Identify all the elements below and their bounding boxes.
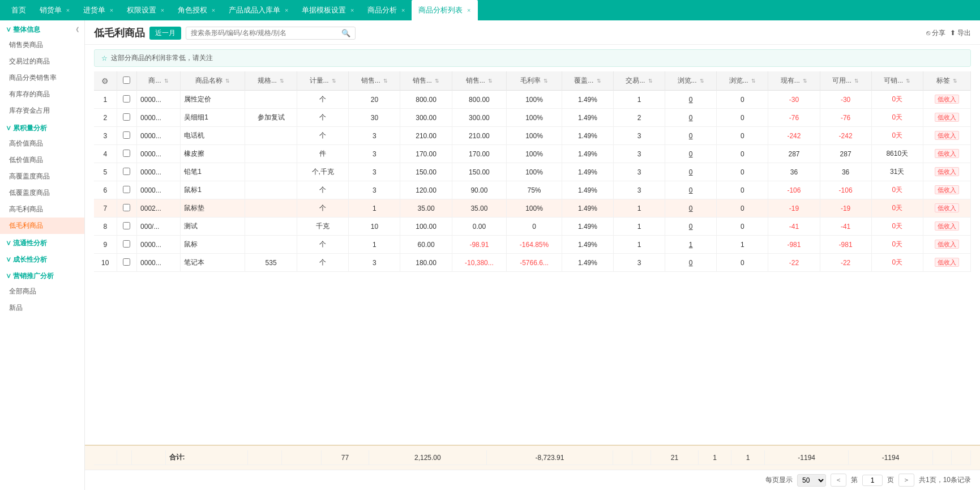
close-product-entry-icon[interactable]: × [285, 7, 288, 14]
nav-item-roles[interactable]: 角色授权 × [171, 0, 222, 20]
row-checkbox[interactable] [117, 127, 137, 145]
row-view1[interactable]: 0 [665, 218, 717, 236]
search-input[interactable] [191, 29, 341, 37]
col-code[interactable]: 商... ⇅ [137, 71, 181, 91]
row-name[interactable]: 笔记本 [181, 254, 245, 272]
sidebar-item-sales-products[interactable]: 销售类商品 [0, 37, 84, 53]
close-sales-icon[interactable]: × [66, 7, 70, 14]
nav-item-sales[interactable]: 销货单 × [33, 0, 76, 20]
row-view1[interactable]: 0 [665, 181, 717, 199]
next-page-button[interactable]: ＞ [898, 474, 914, 487]
row-view1[interactable]: 0 [665, 127, 717, 145]
row-checkbox[interactable] [117, 199, 137, 218]
row-name[interactable]: 铅笔1 [181, 163, 245, 181]
date-filter-button[interactable]: 近一月 [149, 27, 181, 40]
nav-item-analysis-list[interactable]: 商品分析列表 × [412, 0, 477, 20]
row-name[interactable]: 鼠标垫 [181, 199, 245, 218]
row-checkbox[interactable] [117, 145, 137, 163]
sidebar-item-low-value[interactable]: 低价值商品 [0, 152, 84, 168]
col-checkbox[interactable] [117, 71, 137, 91]
nav-item-template[interactable]: 单据模板设置 × [295, 0, 361, 20]
sidebar-item-capital[interactable]: 库存资金占用 [0, 103, 84, 119]
row-name[interactable]: 属性定价 [181, 91, 245, 109]
row-name[interactable]: 橡皮擦 [181, 145, 245, 163]
page-number-input[interactable] [862, 475, 883, 486]
per-page-select[interactable]: 50 100 200 [797, 474, 826, 487]
row-name[interactable]: 电话机 [181, 127, 245, 145]
settings-icon[interactable]: ⚙ [101, 76, 109, 86]
sidebar-item-low-margin[interactable]: 低毛利商品 [0, 218, 84, 234]
search-icon[interactable]: 🔍 [341, 29, 350, 37]
col-tag[interactable]: 标签 ⇅ [923, 71, 970, 91]
sidebar-item-high-coverage[interactable]: 高覆盖度商品 [0, 168, 84, 185]
row-gross-margin: 100% [507, 109, 562, 127]
row-checkbox[interactable] [117, 254, 137, 272]
sidebar-group-circulation[interactable]: ∨ 流通性分析 [0, 234, 84, 250]
row-name[interactable]: 测试 [181, 218, 245, 236]
close-permissions-icon[interactable]: × [161, 7, 164, 14]
nav-item-purchase[interactable]: 进货单 × [76, 0, 120, 20]
share-button[interactable]: ⎋ 分享 [926, 28, 945, 38]
sidebar-group-marketing[interactable]: ∨ 营销推广分析 [0, 267, 84, 283]
export-button[interactable]: ⬆ 导出 [950, 28, 971, 38]
row-name[interactable]: 鼠标1 [181, 181, 245, 199]
col-spec[interactable]: 规格... ⇅ [245, 71, 297, 91]
col-view1[interactable]: 浏览... ⇅ [665, 71, 717, 91]
sidebar-item-all-products[interactable]: 全部商品 [0, 283, 84, 300]
col-unit[interactable]: 计量... ⇅ [297, 71, 349, 91]
row-view2: 0 [717, 254, 768, 272]
sidebar-item-category-rate[interactable]: 商品分类销售率 [0, 70, 84, 86]
col-trade[interactable]: 交易... ⇅ [613, 71, 665, 91]
col-sale-amount[interactable]: 销售... ⇅ [400, 71, 452, 91]
row-view1[interactable]: 0 [665, 254, 717, 272]
col-view2[interactable]: 浏览... ⇅ [717, 71, 768, 91]
nav-item-product-analysis[interactable]: 商品分析 × [361, 0, 412, 20]
collapse-overall-icon[interactable]: 《 [73, 26, 79, 34]
select-all-checkbox[interactable] [123, 76, 130, 84]
row-tag: 低收入 [923, 254, 970, 272]
sidebar-group-growth[interactable]: ∨ 成长性分析 [0, 250, 84, 267]
close-analysis-list-icon[interactable]: × [467, 7, 470, 14]
col-sale-profit[interactable]: 销售... ⇅ [452, 71, 507, 91]
col-settings[interactable]: ⚙ [94, 71, 117, 91]
sidebar-item-high-margin[interactable]: 高毛利商品 [0, 201, 84, 218]
nav-item-permissions[interactable]: 权限设置 × [120, 0, 171, 20]
row-checkbox[interactable] [117, 109, 137, 127]
sidebar-item-new-products[interactable]: 新品 [0, 300, 84, 316]
row-view1[interactable]: 1 [665, 236, 717, 254]
close-analysis-icon[interactable]: × [401, 7, 405, 14]
sidebar: ∨ 整体信息 《 销售类商品 交易过的商品 商品分类销售率 有库存的商品 库存资… [0, 20, 85, 490]
col-saleable[interactable]: 可销... ⇅ [871, 71, 923, 91]
sidebar-item-high-value[interactable]: 高价值商品 [0, 135, 84, 152]
sidebar-item-traded-products[interactable]: 交易过的商品 [0, 53, 84, 70]
row-checkbox[interactable] [117, 218, 137, 236]
row-checkbox[interactable] [117, 181, 137, 199]
close-purchase-icon[interactable]: × [110, 7, 113, 14]
row-view1[interactable]: 0 [665, 145, 717, 163]
sidebar-item-low-coverage[interactable]: 低覆盖度商品 [0, 185, 84, 201]
row-view1[interactable]: 0 [665, 163, 717, 181]
sidebar-group-cumulative[interactable]: ∨ 累积量分析 [0, 119, 84, 135]
col-sale-qty[interactable]: 销售... ⇅ [349, 71, 400, 91]
row-view1[interactable]: 0 [665, 109, 717, 127]
col-available[interactable]: 可用... ⇅ [820, 71, 871, 91]
row-name[interactable]: 鼠标 [181, 236, 245, 254]
row-view1[interactable]: 0 [665, 199, 717, 218]
col-gross-margin[interactable]: 毛利率 ⇅ [507, 71, 562, 91]
close-roles-icon[interactable]: × [212, 7, 215, 14]
col-coverage[interactable]: 覆盖... ⇅ [562, 71, 613, 91]
row-name[interactable]: 吴细细1 [181, 109, 245, 127]
close-template-icon[interactable]: × [350, 7, 354, 14]
sidebar-item-in-stock[interactable]: 有库存的商品 [0, 86, 84, 103]
row-checkbox[interactable] [117, 91, 137, 109]
row-spec: 参加复试 [245, 109, 297, 127]
sidebar-group-overall[interactable]: ∨ 整体信息 《 [0, 20, 84, 37]
nav-item-home[interactable]: 首页 [5, 0, 33, 20]
row-checkbox[interactable] [117, 236, 137, 254]
prev-page-button[interactable]: ＜ [831, 474, 846, 487]
col-current-stock[interactable]: 现有... ⇅ [768, 71, 820, 91]
col-name[interactable]: 商品名称 ⇅ [181, 71, 245, 91]
row-view1[interactable]: 0 [665, 91, 717, 109]
row-checkbox[interactable] [117, 163, 137, 181]
nav-item-product-entry[interactable]: 产品成品入库单 × [222, 0, 295, 20]
